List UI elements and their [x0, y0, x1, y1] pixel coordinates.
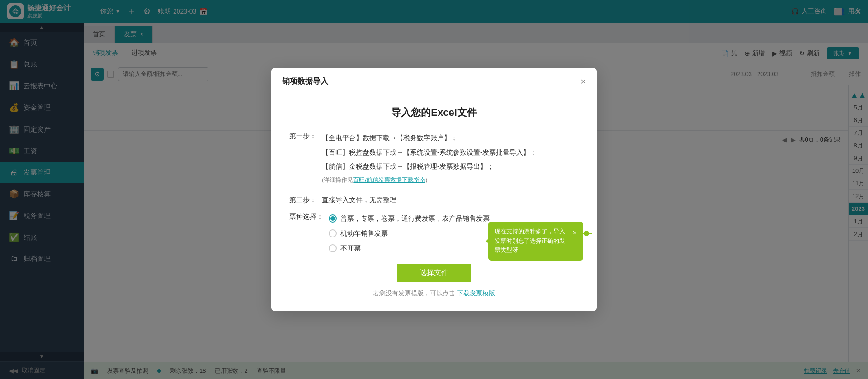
radio-1[interactable]: [329, 214, 337, 223]
import-modal: 销项数据导入 × 导入您的Excel文件 第一步： 【全电平台】数据下载→【税务…: [271, 68, 597, 311]
radio-label-2: 机动车销售发票: [340, 229, 388, 238]
step1-note: (详细操作见百旺/航信发票数据下载指南): [322, 175, 579, 185]
modal-overlay[interactable]: 销项数据导入 × 导入您的Excel文件 第一步： 【全电平台】数据下载→【税务…: [0, 0, 868, 379]
step2-row: 第二步： 直接导入文件，无需整理: [289, 196, 579, 204]
tooltip-bubble: × 现在支持的票种多了，导入发票时别忘了选择正确的发票类型呀!: [488, 222, 583, 261]
step1-line3: 【航信】金税盘数据下载→【报税管理-发票数据导出】；: [322, 161, 579, 172]
tooltip-arrow: [484, 239, 488, 243]
step1-content: 【全电平台】数据下载→【税务数字账户】； 【百旺】税控盘数据下载→【系统设置-系…: [322, 132, 579, 188]
guide-link[interactable]: 百旺/航信发票数据下载指南: [353, 176, 425, 183]
modal-title: 销项数据导入: [282, 76, 328, 86]
modal-close-button[interactable]: ×: [580, 77, 586, 86]
radio-label-1: 普票，专票，卷票，通行费发票，农产品销售发票: [340, 214, 490, 223]
step1-line1: 【全电平台】数据下载→【税务数字账户】；: [322, 132, 579, 144]
radio-group: 普票，专票，卷票，通行费发票，农产品销售发票 机动车销售发票 不开票: [329, 214, 490, 253]
step2-label: 第二步：: [289, 196, 316, 204]
radio-3[interactable]: [329, 244, 337, 252]
radio-row-1[interactable]: 普票，专票，卷票，通行费发票，农产品销售发票: [329, 214, 490, 223]
template-note-text: 若您没有发票模版，可以点击: [373, 289, 455, 297]
step2-content: 直接导入文件，无需整理: [322, 196, 579, 204]
modal-body: 导入您的Excel文件 第一步： 【全电平台】数据下载→【税务数字账户】； 【百…: [271, 95, 597, 311]
step1-row: 第一步： 【全电平台】数据下载→【税务数字账户】； 【百旺】税控盘数据下载→【系…: [289, 132, 579, 188]
ticket-type-row: 票种选择： 普票，专票，卷票，通行费发票，农产品销售发票 机动车销售发票: [289, 213, 579, 253]
radio-2[interactable]: [329, 229, 337, 237]
modal-main-title: 导入您的Excel文件: [289, 106, 579, 119]
template-note: 若您没有发票模版，可以点击 下载发票模版: [289, 289, 579, 298]
ticket-label: 票种选择：: [289, 213, 323, 221]
step1-line2: 【百旺】税控盘数据下载→【系统设置-系统参数设置-发票批量导入】；: [322, 147, 579, 158]
tooltip-text: 现在支持的票种多了，导入发票时别忘了选择正确的发票类型呀!: [495, 228, 565, 254]
step2-text: 直接导入文件，无需整理: [322, 196, 396, 204]
radio-row-3[interactable]: 不开票: [329, 244, 490, 253]
tooltip-close-button[interactable]: ×: [573, 227, 577, 239]
modal-header: 销项数据导入 ×: [271, 68, 597, 95]
step1-label: 第一步：: [289, 132, 316, 141]
radio-row-2[interactable]: 机动车销售发票: [329, 229, 490, 238]
download-template-link[interactable]: 下载发票模版: [457, 289, 495, 297]
radio-label-3: 不开票: [340, 244, 361, 253]
select-file-button[interactable]: 选择文件: [397, 264, 471, 282]
